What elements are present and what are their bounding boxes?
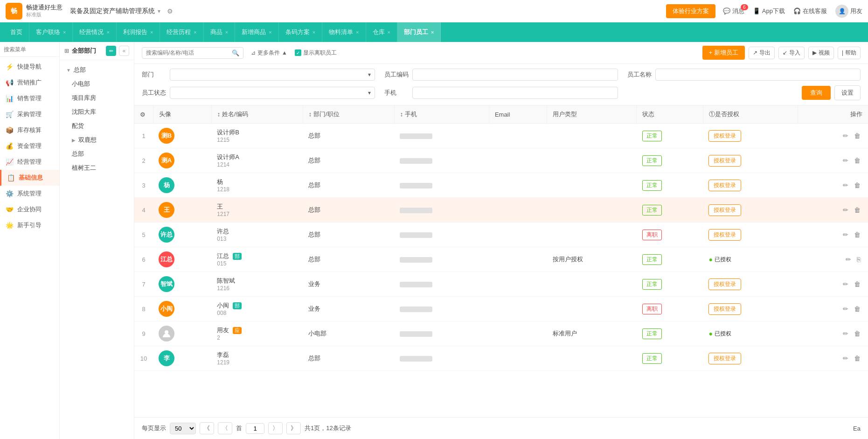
emp-status-select[interactable]: ▾ [170,87,375,99]
sidebar-item-system[interactable]: ⚙️ 系统管理 [0,186,59,202]
auth-login-button[interactable]: 授权登录 [708,353,741,364]
nav-tab-customer[interactable]: 客户联络 × [29,22,73,42]
query-button[interactable]: 查询 [802,86,831,100]
auth-login-button[interactable]: 授权登录 [708,204,741,216]
delete-button[interactable]: 🗑 [852,354,862,363]
sidebar-item-guide[interactable]: 🌟 新手引导 [0,217,59,233]
edit-button[interactable]: ✏ [841,230,850,239]
nav-tab-goods[interactable]: 商品 × [204,22,235,42]
dept-node-shenyang[interactable]: 沈阳大库 [60,105,134,119]
copy-button[interactable]: ⎘ [855,255,862,264]
close-icon[interactable]: × [356,29,359,35]
chevron-down-icon[interactable]: ▾ [158,8,160,14]
app-download-action[interactable]: 📱 App下载 [753,7,785,15]
view-button[interactable]: ▶ 视频 [808,47,834,59]
reset-button[interactable]: 设置 [834,85,861,100]
auth-login-button[interactable]: 授权登录 [708,155,741,167]
settings-icon[interactable]: ⚙ [167,7,173,15]
sidebar-item-shortcut[interactable]: ⚡ 快捷导航 [0,59,59,75]
delete-button[interactable]: 🗑 [852,181,862,190]
close-icon[interactable]: × [150,29,153,35]
emp-code-input[interactable] [412,69,618,81]
sidebar-item-marketing[interactable]: 📢 营销推广 [0,75,59,91]
dept-select[interactable]: ▾ [170,69,375,81]
support-action[interactable]: 🎧 在线客服 [793,7,827,15]
dept-node-zongbu-root[interactable]: ▼ 总部 [60,63,134,77]
per-page-select[interactable]: 50 20 100 [170,423,196,434]
auth-login-button[interactable]: 授权登录 [708,279,741,290]
nav-tab-bom[interactable]: 物料清单 × [322,22,366,42]
page-number-input[interactable] [246,423,264,434]
close-icon[interactable]: × [194,29,196,35]
sidebar-item-finance[interactable]: 💰 资金管理 [0,138,59,154]
nav-tab-history[interactable]: 经营历程 × [160,22,203,42]
sidebar-item-basic[interactable]: 📋 基础信息 [0,170,59,186]
sidebar-item-collab[interactable]: 🤝 企业协同 [0,202,59,217]
edit-button[interactable]: ✏ [844,255,853,264]
import-button[interactable]: ↙ 导入 [778,47,805,59]
edit-button[interactable]: ✏ [841,181,850,190]
edit-button[interactable]: ✏ [841,205,850,215]
auth-login-button[interactable]: 授权登录 [708,180,741,191]
auth-login-button[interactable]: 授权登录 [708,130,741,142]
close-icon[interactable]: × [431,29,434,35]
nav-tab-barcode[interactable]: 条码方案 × [279,22,322,42]
delete-button[interactable]: 🗑 [852,230,862,239]
dept-node-xiaodian[interactable]: 小电部 [60,77,134,91]
close-icon[interactable]: × [106,29,109,35]
sidebar-item-purchase[interactable]: 🛒 采购管理 [0,106,59,122]
prev-page-button[interactable]: 〈 [218,422,232,434]
auth-login-button[interactable]: 授权登录 [708,303,741,315]
phone-input[interactable] [412,87,618,99]
nav-tab-operation[interactable]: 经营情况 × [73,22,116,42]
trial-button[interactable]: 体验行业方案 [666,4,715,18]
sidebar-item-inventory[interactable]: 📦 库存核算 [0,122,59,138]
user-action[interactable]: 👤 用友 [835,5,862,18]
dept-node-putao[interactable]: 植树王二 [60,161,134,175]
col-dept-position[interactable]: ↕ 部门/职位 [303,105,394,124]
show-resigned-toggle[interactable]: ✓ 显示离职员工 [295,49,337,57]
nav-tab-home[interactable]: 首页 [4,22,29,42]
delete-button[interactable]: 🗑 [852,304,862,314]
col-name-code[interactable]: ↕ 姓名/编码 [211,105,303,124]
edit-button[interactable]: ✏ [841,304,850,314]
dept-node-peihuo[interactable]: 配货 [60,119,134,133]
search-input[interactable] [146,49,230,56]
delete-button[interactable]: 🗑 [852,156,862,165]
last-page-button[interactable]: 》 [286,422,301,434]
delete-button[interactable]: 🗑 [852,131,862,140]
dept-collapse-button[interactable]: « [119,46,129,56]
add-employee-button[interactable]: + 新增员工 [702,46,745,60]
search-input[interactable] [4,46,60,53]
dept-edit-button[interactable]: ✏ [106,46,116,56]
nav-tab-newgoods[interactable]: 新增商品 × [235,22,278,42]
sidebar-item-operation[interactable]: 📈 经营管理 [0,154,59,170]
export-button[interactable]: ↗ 导出 [749,47,775,59]
edit-button[interactable]: ✏ [841,329,850,338]
delete-button[interactable]: 🗑 [852,329,862,338]
nav-tab-profit[interactable]: 利润报告 × [117,22,160,42]
edit-button[interactable]: ✏ [841,279,850,289]
close-icon[interactable]: × [225,29,228,35]
dept-node-zongbu[interactable]: 总部 [60,147,134,161]
nav-tab-warehouse[interactable]: 仓库 × [366,22,397,42]
col-settings[interactable]: ⚙ [134,105,153,124]
edit-button[interactable]: ✏ [841,131,850,140]
col-phone[interactable]: ↕ 手机 [394,105,489,124]
nav-tab-dept-employee[interactable]: 部门员工 × [397,22,441,42]
first-page-button[interactable]: 《 [200,422,214,434]
auth-login-button[interactable]: 授权登录 [708,229,741,241]
delete-button[interactable]: 🗑 [852,279,862,289]
emp-name-input[interactable] [655,69,861,81]
sidebar-item-sales[interactable]: 📊 销售管理 [0,91,59,106]
close-icon[interactable]: × [312,29,315,35]
dept-node-xiangmu[interactable]: 项目库房 [60,91,134,105]
more-conditions-button[interactable]: ⊿ 更多条件 ▲ [247,47,291,59]
message-action[interactable]: 💬 消息 6 [723,7,744,15]
close-icon[interactable]: × [63,29,66,35]
close-icon[interactable]: × [269,29,271,35]
dept-node-shuanglu[interactable]: ▶ 双鹿想 [60,133,134,147]
close-icon[interactable]: × [388,29,390,35]
edit-button[interactable]: ✏ [841,156,850,165]
delete-button[interactable]: 🗑 [852,205,862,215]
